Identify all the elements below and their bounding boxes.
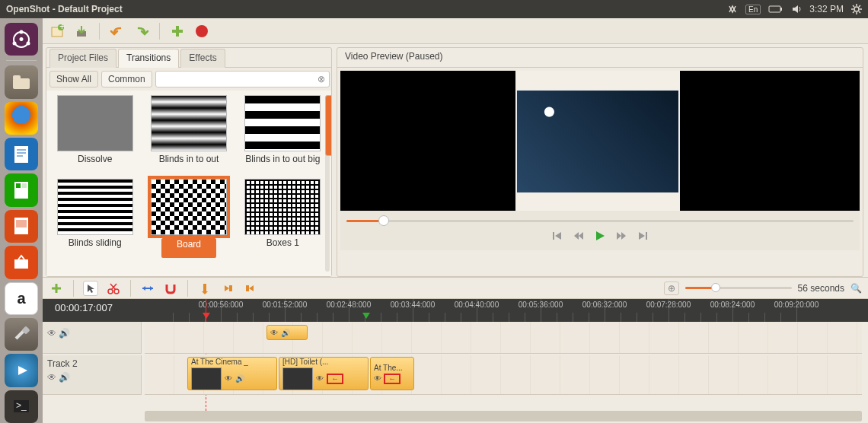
timeline-tracks: 👁 🔊 👁🔊 Track 2 👁 🔊 At The Cinema _ 👁🔊: [43, 322, 868, 411]
transition-item[interactable]: Dissolve: [51, 95, 139, 174]
add-marker-button[interactable]: [197, 281, 212, 296]
svg-point-14: [27, 41, 30, 45]
launcher-amazon[interactable]: a: [5, 282, 38, 315]
resize-tool[interactable]: [140, 281, 155, 296]
speaker-icon[interactable]: 🔊: [59, 372, 70, 383]
timeline-clip[interactable]: 👁🔊: [266, 325, 308, 340]
svg-marker-44: [621, 232, 626, 240]
launcher-firefox[interactable]: [5, 102, 38, 135]
network-icon[interactable]: [727, 4, 738, 14]
launcher-settings[interactable]: [5, 318, 38, 351]
timeline-clip[interactable]: [HD] Toilet (... 👁←: [279, 357, 369, 390]
clock[interactable]: 3:32 PM: [809, 4, 844, 14]
video-preview[interactable]: [340, 71, 860, 250]
svg-marker-40: [574, 232, 579, 240]
timeline-clip[interactable]: At The... 👁←: [370, 357, 414, 390]
speaker-icon[interactable]: 🔊: [59, 328, 70, 339]
new-project-button[interactable]: +: [49, 23, 65, 40]
preview-tab[interactable]: Video Preview (Paused): [337, 48, 863, 68]
tab-project-files[interactable]: Project Files: [49, 49, 116, 68]
svg-point-50: [114, 289, 119, 294]
track-lane[interactable]: At The Cinema _ 👁🔊 [HD] Toilet (... 👁← A…: [145, 355, 862, 395]
rewind-button[interactable]: [572, 229, 586, 243]
system-tray: En 3:32 PM: [727, 4, 862, 14]
svg-rect-16: [13, 75, 21, 80]
svg-marker-41: [579, 232, 583, 240]
tab-effects[interactable]: Effects: [180, 49, 225, 68]
redo-button[interactable]: [133, 23, 150, 40]
svg-rect-25: [16, 220, 27, 227]
zoom-icon[interactable]: 🔍: [850, 283, 862, 294]
filter-common[interactable]: Common: [101, 71, 152, 87]
track-header[interactable]: 👁 🔊: [43, 322, 142, 354]
center-playhead-button[interactable]: ⊕: [664, 281, 679, 295]
transition-item[interactable]: Board: [145, 179, 232, 258]
filter-search-input[interactable]: [155, 71, 330, 87]
ruler-tick-label: 00:09:20:000: [774, 301, 819, 309]
launcher-files[interactable]: [5, 65, 38, 98]
launcher-writer[interactable]: [5, 138, 38, 170]
battery-icon[interactable]: [768, 5, 783, 14]
transition-item[interactable]: Blinds in to out big: [239, 95, 327, 174]
marker[interactable]: [362, 313, 370, 319]
transition-indicator[interactable]: ←: [384, 374, 400, 384]
razor-tool[interactable]: [106, 281, 121, 296]
tab-transitions[interactable]: Transitions: [118, 49, 179, 68]
horizontal-scrollbar[interactable]: [145, 411, 862, 421]
playhead-position: 00:00:17:007: [55, 302, 113, 313]
preview-panel: Video Preview (Paused): [337, 47, 863, 277]
ruler-tick-label: 00:05:36:000: [519, 301, 563, 309]
track-header[interactable]: Track 2 👁 🔊: [43, 355, 142, 395]
launcher-impress[interactable]: [5, 210, 38, 243]
prev-marker-button[interactable]: [220, 281, 235, 296]
launcher-dash[interactable]: [5, 23, 38, 56]
filter-show-all[interactable]: Show All: [49, 71, 98, 87]
svg-marker-54: [142, 286, 145, 291]
svg-rect-0: [769, 6, 780, 12]
gear-icon[interactable]: [851, 4, 862, 14]
svg-rect-1: [780, 8, 782, 11]
svg-point-12: [20, 30, 24, 33]
ruler-tick-label: 00:04:40:000: [455, 301, 499, 309]
svg-marker-61: [249, 285, 254, 291]
transitions-grid[interactable]: Dissolve Blinds in to out Blinds in to o…: [46, 91, 331, 276]
svg-marker-43: [617, 232, 621, 240]
select-tool[interactable]: [83, 281, 98, 296]
keyboard-lang[interactable]: En: [745, 5, 761, 14]
save-project-button[interactable]: [73, 23, 90, 40]
eye-icon[interactable]: 👁: [47, 328, 56, 339]
jump-start-button[interactable]: [550, 229, 564, 243]
launcher-media[interactable]: [5, 354, 38, 386]
vertical-scrollbar[interactable]: [325, 95, 330, 272]
filter-row: Show All Common ⊗: [46, 68, 331, 91]
launcher-software[interactable]: [5, 246, 38, 278]
clear-search-icon[interactable]: ⊗: [314, 74, 328, 84]
jump-end-button[interactable]: [636, 229, 649, 243]
transition-item[interactable]: Blinds in to out: [145, 95, 232, 174]
launcher-calc[interactable]: [5, 173, 38, 206]
svg-rect-22: [16, 183, 21, 188]
export-button[interactable]: [193, 23, 210, 40]
forward-button[interactable]: [614, 229, 628, 243]
undo-button[interactable]: [109, 23, 126, 40]
track-lane[interactable]: 👁🔊: [145, 322, 862, 354]
add-track-button[interactable]: [49, 281, 64, 296]
zoom-slider[interactable]: [685, 287, 792, 289]
transition-item[interactable]: Boxes 1: [239, 179, 327, 258]
timeline-clip[interactable]: At The Cinema _ 👁🔊: [187, 357, 277, 390]
svg-line-8: [859, 11, 860, 13]
snapping-tool[interactable]: [163, 281, 178, 296]
panel-tabs: Project Files Transitions Effects: [46, 48, 331, 68]
transition-item[interactable]: Blinds sliding: [51, 179, 139, 258]
timeline-ruler[interactable]: 00:00:17:007 00:00:56:00000:01:52:00000:…: [43, 299, 868, 322]
seek-slider[interactable]: [346, 217, 854, 224]
next-marker-button[interactable]: [243, 281, 258, 296]
svg-rect-23: [22, 183, 27, 188]
transition-indicator[interactable]: ←: [327, 374, 343, 384]
launcher-terminal[interactable]: >_: [5, 390, 38, 423]
import-files-button[interactable]: [169, 23, 186, 40]
eye-icon[interactable]: 👁: [47, 372, 56, 383]
play-button[interactable]: [593, 229, 607, 243]
volume-icon[interactable]: [791, 4, 802, 14]
playhead[interactable]: [206, 299, 206, 322]
